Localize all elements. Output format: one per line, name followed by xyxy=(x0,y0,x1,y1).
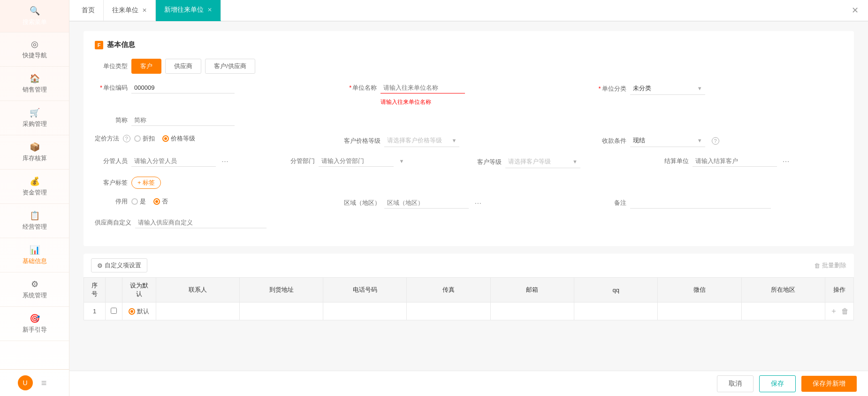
cancel-button[interactable]: 取消 xyxy=(717,375,754,392)
address-input[interactable] xyxy=(244,308,318,315)
pricing-radio-level[interactable]: 价格等级 xyxy=(162,134,195,143)
add-row-icon[interactable]: ＋ xyxy=(830,306,838,316)
tab-partners-close[interactable]: ✕ xyxy=(142,7,147,14)
customer-level-select[interactable]: 请选择客户等级 ▼ xyxy=(505,155,580,168)
fax-input[interactable] xyxy=(411,308,485,315)
section-icon: F xyxy=(95,41,103,49)
unit-category-value: 未分类 xyxy=(633,84,695,93)
close-all-tabs[interactable]: ✕ xyxy=(846,5,864,16)
pricing-radio-discount[interactable]: 折扣 xyxy=(134,134,155,143)
region-cell: 区域（地区） ··· xyxy=(344,197,593,209)
tab-partners[interactable]: 往来单位 ✕ xyxy=(104,0,156,21)
region-more-btn[interactable]: ··· xyxy=(472,198,483,208)
customer-price-cell: 客户价格等级 请选择客户价格等级 ▼ xyxy=(344,134,593,147)
remark-cell: 备注 xyxy=(594,197,843,209)
sidebar-expand-icon[interactable]: ≡ xyxy=(37,375,52,390)
sidebar-item-label: 搜索菜单 xyxy=(23,18,47,26)
type-btn-supplier[interactable]: 供应商 xyxy=(165,59,201,74)
disabled-label: 停用 xyxy=(95,197,128,206)
delete-row-icon[interactable]: 🗑 xyxy=(841,307,849,316)
basic-icon: 📊 xyxy=(30,245,40,255)
unit-code-cell: *单位编码 xyxy=(95,82,344,93)
contact-table-section: ⚙ 自定义项设置 🗑 批量删除 序号 设为默认 联系人 到货地址 电话 xyxy=(84,254,854,320)
contact-table: 序号 设为默认 联系人 到货地址 电话号码 传真 邮箱 qq 微信 所在地区 操… xyxy=(84,277,854,320)
sidebar-item-system[interactable]: ⚙ 系统管理 xyxy=(0,272,69,307)
sidebar-item-newbie[interactable]: 🎯 新手引导 xyxy=(0,307,69,341)
sidebar-item-label: 快捷导航 xyxy=(23,51,47,60)
col-address: 到货地址 xyxy=(239,278,323,303)
sidebar-item-basic[interactable]: 📊 基础信息 xyxy=(0,238,69,272)
payment-chevron: ▼ xyxy=(697,138,702,143)
unit-category-select[interactable]: 未分类 ▼ xyxy=(630,82,705,95)
code-name-row: *单位编码 *单位名称 请输入往来单位名称 *单位分类 xyxy=(95,82,843,106)
sidebar-item-purchase[interactable]: 🛒 采购管理 xyxy=(0,101,69,135)
row-wechat xyxy=(658,303,741,320)
unit-name-label: *单位名称 xyxy=(344,84,377,92)
payment-info-icon[interactable]: ? xyxy=(712,137,719,145)
custom-settings-btn[interactable]: ⚙ 自定义项设置 xyxy=(91,258,147,272)
batch-delete-btn[interactable]: 🗑 批量删除 xyxy=(814,261,846,270)
phone-input[interactable] xyxy=(328,308,402,315)
section-title: F 基本信息 xyxy=(95,40,843,49)
sidebar-item-inventory[interactable]: 📦 库存核算 xyxy=(0,135,69,170)
pricing-method-label: 定价方法 ? xyxy=(95,134,130,143)
row-default-radio[interactable]: 默认 xyxy=(127,307,151,316)
disabled-radio-yes[interactable]: 是 xyxy=(131,197,146,206)
sales-icon: 🏠 xyxy=(30,73,40,84)
col-contact: 联系人 xyxy=(156,278,239,303)
unit-name-input[interactable] xyxy=(381,82,465,93)
unit-name-cell: *单位名称 请输入往来单位名称 xyxy=(344,82,593,106)
tab-new-partner-close[interactable]: ✕ xyxy=(207,7,212,13)
pricing-info-icon[interactable]: ? xyxy=(123,135,130,142)
department-input[interactable] xyxy=(319,155,394,167)
tab-new-partner[interactable]: 新增往来单位 ✕ xyxy=(156,0,221,21)
col-email: 邮箱 xyxy=(490,278,574,303)
save-button[interactable]: 保存 xyxy=(759,375,796,392)
add-tag-btn[interactable]: + 标签 xyxy=(131,177,161,189)
tags-label: 客户标签 xyxy=(95,179,128,187)
payment-terms-select[interactable]: 现结 ▼ xyxy=(630,134,705,147)
short-name-input[interactable] xyxy=(131,115,235,126)
table-toolbar: ⚙ 自定义项设置 🗑 批量删除 xyxy=(84,254,854,277)
type-btn-customer[interactable]: 客户 xyxy=(131,59,161,74)
settlement-input[interactable] xyxy=(693,155,777,167)
email-input[interactable] xyxy=(495,308,569,315)
contact-input[interactable] xyxy=(161,308,235,315)
tab-home[interactable]: 首页 xyxy=(73,0,104,21)
sidebar-item-sales[interactable]: 🏠 销售管理 xyxy=(0,67,69,101)
region-input2[interactable] xyxy=(746,308,820,315)
col-wechat: 微信 xyxy=(658,278,741,303)
remark-input[interactable] xyxy=(630,197,771,209)
pricing-radio-group: 折扣 价格等级 xyxy=(134,134,195,143)
qq-input[interactable] xyxy=(579,308,653,315)
manager-cell: 分管人员 ··· xyxy=(95,155,282,167)
sidebar-item-operations[interactable]: 📋 经营管理 xyxy=(0,204,69,238)
sidebar-item-label: 经营管理 xyxy=(23,223,47,231)
manager-more-btn[interactable]: ··· xyxy=(220,156,230,166)
unit-code-input[interactable] xyxy=(131,82,235,93)
type-btn-both[interactable]: 客户/供应商 xyxy=(205,59,255,74)
disabled-radio-no[interactable]: 否 xyxy=(153,197,168,206)
yes-radio-label: 是 xyxy=(140,197,146,206)
row-region xyxy=(741,303,825,320)
supplier-custom-row: 供应商自定义 xyxy=(95,217,843,228)
row-checkbox[interactable] xyxy=(111,308,117,314)
sidebar-item-quick-nav[interactable]: ◎ 快捷导航 xyxy=(0,32,69,67)
customer-level-chevron: ▼ xyxy=(572,159,578,164)
region-input[interactable] xyxy=(384,197,469,209)
row-address xyxy=(239,303,323,320)
sidebar-item-label: 基础信息 xyxy=(23,257,47,265)
wechat-input[interactable] xyxy=(662,308,736,315)
customer-price-select[interactable]: 请选择客户价格等级 ▼ xyxy=(384,134,459,147)
manager-input[interactable] xyxy=(131,155,216,167)
settlement-cell: 结算单位 ··· xyxy=(656,155,843,167)
row-email xyxy=(490,303,574,320)
sidebar-item-search[interactable]: 🔍 搜索菜单 xyxy=(0,0,69,32)
settlement-more-btn[interactable]: ··· xyxy=(781,156,792,166)
save-new-button[interactable]: 保存并新增 xyxy=(801,376,857,392)
sidebar-item-finance[interactable]: 💰 资金管理 xyxy=(0,170,69,204)
supplier-custom-input[interactable] xyxy=(135,217,266,228)
supplier-custom-label: 供应商自定义 xyxy=(95,218,131,227)
pricing-method-cell: 定价方法 ? 折扣 价格等级 xyxy=(95,134,344,143)
user-avatar[interactable]: U xyxy=(18,375,33,390)
